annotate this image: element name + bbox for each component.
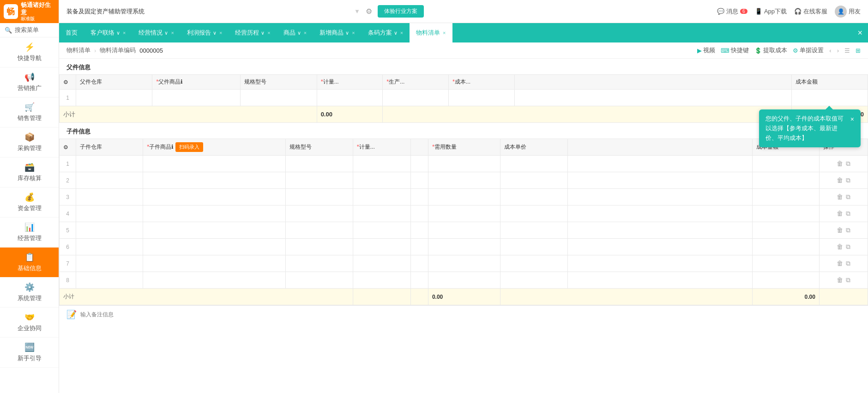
child-warehouse-6[interactable] (76, 239, 143, 255)
parent-col-setting[interactable]: ⚙ (60, 75, 76, 90)
search-menu[interactable]: 🔍 搜索菜单 (0, 23, 59, 37)
sidebar-item-purchase[interactable]: 📦 采购管理 (0, 127, 59, 157)
child-warehouse-3[interactable] (76, 189, 143, 206)
copy-icon-4[interactable]: ⧉ (846, 210, 850, 218)
sidebar-item-basic[interactable]: 📋 基础信息 (0, 248, 59, 278)
tab-new-product[interactable]: 新增商品 ∨ × (313, 23, 361, 42)
child-spec-6[interactable] (286, 239, 353, 255)
sidebar-item-marketing[interactable]: 📢 营销推广 (0, 67, 59, 97)
child-warehouse-7[interactable] (76, 255, 143, 272)
parent-cost-1[interactable] (448, 90, 514, 106)
child-unit-cost-7[interactable] (500, 255, 567, 272)
child-unit-cost-1[interactable] (500, 156, 567, 172)
sidebar-item-finance[interactable]: 💰 资金管理 (0, 187, 59, 218)
tab-operation-history[interactable]: 经营历程 ∨ × (229, 23, 277, 42)
child-unit-cost-4[interactable] (500, 206, 567, 222)
delete-icon-7[interactable]: 🗑 (837, 260, 843, 267)
delete-icon-4[interactable]: 🗑 (837, 210, 843, 218)
remark-input[interactable] (80, 311, 861, 318)
child-unit-cost-3[interactable] (500, 189, 567, 206)
tab-op-hist-close[interactable]: × (267, 30, 270, 36)
sidebar-item-guide[interactable]: 🆕 新手引导 (0, 338, 59, 368)
child-unit-7[interactable] (353, 255, 410, 272)
scan-btn[interactable]: 扫码录入 (175, 142, 203, 152)
tab-barcode-close[interactable]: × (400, 30, 403, 36)
tab-bom-close[interactable]: × (443, 30, 446, 36)
child-qty-5[interactable] (428, 222, 500, 239)
child-spec-7[interactable] (286, 255, 353, 272)
tab-customer[interactable]: 客户联络 ∨ × (84, 23, 132, 42)
message-btn[interactable]: 💬 消息 6 (717, 7, 747, 16)
child-qty-2[interactable] (428, 172, 500, 189)
child-unit-3[interactable] (353, 189, 410, 206)
sidebar-item-coop[interactable]: 🤝 企业协同 (0, 308, 59, 338)
child-warehouse-1[interactable] (76, 156, 143, 172)
cost-btn[interactable]: 💲 提取成本 (754, 46, 787, 54)
single-setting-btn[interactable]: ⚙ 单据设置 (793, 46, 824, 54)
child-warehouse-4[interactable] (76, 206, 143, 222)
tab-barcode[interactable]: 条码方案 ∨ × (362, 23, 410, 42)
tab-new-product-close[interactable]: × (352, 30, 355, 36)
tab-operation-status[interactable]: 经营情况 ∨ × (132, 23, 180, 42)
child-product-8[interactable] (143, 272, 286, 289)
child-product-6[interactable] (143, 239, 286, 255)
child-unit-5[interactable] (353, 222, 410, 239)
child-unit-cost-6[interactable] (500, 239, 567, 255)
child-col-setting[interactable]: ⚙ (60, 139, 76, 156)
trial-button[interactable]: 体验行业方案 (378, 5, 424, 18)
child-spec-1[interactable] (286, 156, 353, 172)
child-qty-4[interactable] (428, 206, 500, 222)
nav-left-icon[interactable]: ‹ (829, 47, 831, 54)
parent-spec-1[interactable] (241, 90, 317, 106)
online-service-btn[interactable]: 🎧 在线客服 (794, 7, 827, 16)
gear-icon[interactable]: ⚙ (366, 7, 372, 16)
tab-bom[interactable]: 物料清单 × (410, 23, 452, 42)
child-unit-4[interactable] (353, 206, 410, 222)
child-unit-6[interactable] (353, 239, 410, 255)
close-all-tabs[interactable]: × (852, 23, 868, 42)
sidebar-item-sales[interactable]: 🛒 销售管理 (0, 97, 59, 127)
child-spec-8[interactable] (286, 272, 353, 289)
child-warehouse-8[interactable] (76, 272, 143, 289)
child-qty-7[interactable] (428, 255, 500, 272)
delete-icon-1[interactable]: 🗑 (837, 160, 843, 168)
user-menu[interactable]: 👤 用友 (835, 6, 861, 18)
video-btn[interactable]: ▶ 视频 (697, 46, 715, 54)
child-spec-2[interactable] (286, 172, 353, 189)
nav-right-icon[interactable]: › (837, 47, 839, 54)
tab-customer-close[interactable]: × (123, 30, 126, 36)
child-spec-4[interactable] (286, 206, 353, 222)
copy-icon-5[interactable]: ⧉ (846, 226, 850, 234)
tab-profit-close[interactable]: × (219, 30, 222, 36)
child-product-1[interactable] (143, 156, 286, 172)
copy-icon-8[interactable]: ⧉ (846, 276, 850, 284)
delete-icon-6[interactable]: 🗑 (837, 243, 843, 251)
tooltip-close-btn[interactable]: × (850, 114, 854, 124)
parent-warehouse-1[interactable] (76, 90, 152, 106)
sidebar-item-inventory[interactable]: 🗃️ 库存核算 (0, 157, 59, 187)
child-qty-1[interactable] (428, 156, 500, 172)
child-qty-3[interactable] (428, 189, 500, 206)
sidebar-item-system[interactable]: ⚙️ 系统管理 (0, 278, 59, 308)
child-unit-2[interactable] (353, 172, 410, 189)
delete-icon-8[interactable]: 🗑 (837, 276, 843, 284)
shortcut-btn[interactable]: ⌨ 快捷键 (721, 46, 749, 54)
copy-icon-2[interactable]: ⧉ (846, 176, 850, 184)
parent-unit-1[interactable] (317, 90, 383, 106)
child-product-5[interactable] (143, 222, 286, 239)
child-unit-1[interactable] (353, 156, 410, 172)
app-download-btn[interactable]: 📱 App下载 (755, 7, 787, 16)
delete-icon-2[interactable]: 🗑 (837, 176, 843, 184)
child-product-4[interactable] (143, 206, 286, 222)
sidebar-item-quick-nav[interactable]: ⚡ 快捷导航 (0, 37, 59, 67)
grid-view-icon[interactable]: ⊞ (856, 47, 861, 54)
parent-production-1[interactable] (383, 90, 449, 106)
child-spec-5[interactable] (286, 222, 353, 239)
copy-icon-1[interactable]: ⧉ (846, 160, 850, 168)
child-product-2[interactable] (143, 172, 286, 189)
copy-icon-3[interactable]: ⧉ (846, 193, 850, 201)
delete-icon-5[interactable]: 🗑 (837, 226, 843, 234)
copy-icon-7[interactable]: ⧉ (846, 260, 850, 267)
tab-op-status-close[interactable]: × (171, 30, 174, 36)
child-product-3[interactable] (143, 189, 286, 206)
